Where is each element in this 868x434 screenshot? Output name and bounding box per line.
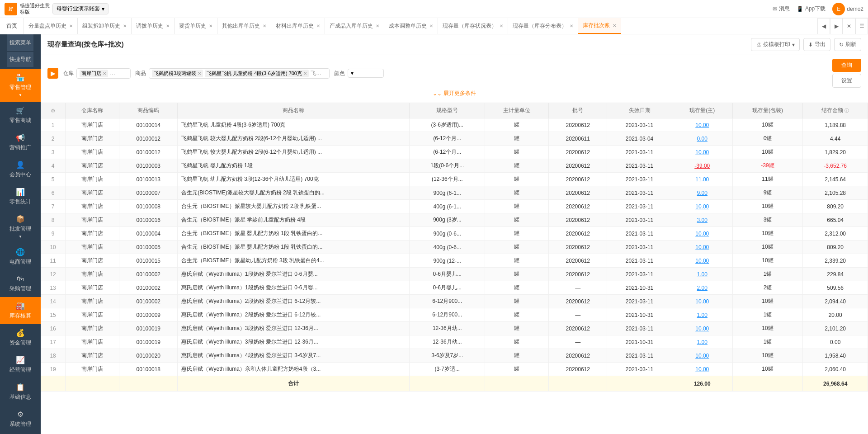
filter-toggle-btn[interactable]: ▶: [47, 68, 58, 79]
cell-name: 合生元（BIOSTIME）派星较大婴儿配方奶粉 2段 乳铁蛋...: [178, 200, 410, 213]
refresh-btn[interactable]: ↻ 刷新: [834, 38, 861, 51]
logo-icon: 好: [5, 3, 17, 15]
tab-0[interactable]: 分量盘点单历史 ✕: [24, 18, 78, 34]
cell-qty-main[interactable]: 11.00: [672, 173, 732, 186]
warehouse-tag-close[interactable]: ✕: [103, 71, 106, 76]
tab-close-1[interactable]: ✕: [123, 24, 127, 28]
cell-rownum: 5: [41, 173, 66, 186]
cell-qty-main[interactable]: 10.00: [672, 241, 732, 254]
sidebar-quick-nav[interactable]: 快捷导航: [7, 52, 33, 67]
sidebar-item-system[interactable]: ⚙ 系统管理: [0, 406, 41, 433]
cell-qty-main[interactable]: 10.00: [672, 349, 732, 363]
tab-2[interactable]: 调拨单历史 ✕: [132, 18, 175, 34]
cell-qty-main[interactable]: 9.00: [672, 186, 732, 200]
basic-info-icon: 📋: [16, 383, 25, 392]
tab-8[interactable]: 现存量（库存状况表） ✕: [438, 18, 508, 34]
cell-qty-main[interactable]: 10.00: [672, 227, 732, 241]
cell-rownum: 1: [41, 118, 66, 132]
product-tag-close-1[interactable]: ✕: [303, 71, 307, 76]
warehouse-tag-area[interactable]: 南岸门店 ✕ …: [76, 68, 131, 79]
tab-next-btn[interactable]: ▶: [830, 18, 843, 34]
export-btn[interactable]: ⬇ 导出: [803, 38, 830, 51]
cell-qty-main[interactable]: 10.00: [672, 254, 732, 268]
tab-close-8[interactable]: ✕: [500, 24, 503, 28]
tab-close-9[interactable]: ✕: [570, 24, 573, 28]
tab-close-0[interactable]: ✕: [69, 24, 73, 28]
cell-expire: 2021-03-04: [607, 132, 672, 146]
sidebar-item-members[interactable]: 👤 会员中心: [0, 156, 41, 183]
sidebar-item-purchase[interactable]: 🛍 采购管理: [0, 270, 41, 297]
tab-close-all-btn[interactable]: ✕: [843, 18, 855, 34]
amount-info-icon[interactable]: ⓘ: [844, 108, 849, 113]
user-menu[interactable]: E demo2: [832, 3, 863, 15]
cell-spec: 900g (12-...: [410, 254, 485, 268]
expand-conditions-btn[interactable]: ⌄⌄ 展开更多条件: [47, 88, 861, 99]
sidebar-search[interactable]: 搜索菜单: [7, 34, 33, 51]
sidebar-item-marketing[interactable]: 📢 营销推广: [0, 129, 41, 156]
sidebar-item-finance[interactable]: 💰 资金管理: [0, 324, 41, 351]
query-btn[interactable]: 查询: [832, 59, 861, 72]
tab-prev-btn[interactable]: ◀: [817, 18, 830, 34]
cell-qty-main[interactable]: -39.00: [672, 159, 732, 173]
cell-qty-main[interactable]: 10.00: [672, 322, 732, 335]
tab-close-3[interactable]: ✕: [209, 24, 212, 28]
store-icon: 🛒: [16, 106, 25, 115]
tab-close-10[interactable]: ✕: [613, 23, 616, 28]
tab-6[interactable]: 产成品入库单历史 ✕: [325, 18, 384, 34]
product-tag-area[interactable]: 飞鹤奶粉3段两罐装 ✕ 飞鹤星飞帆 儿童奶粉 4段(3-6岁适用) 700克 ✕…: [149, 68, 330, 79]
warehouse-filter-group: 仓库 南岸门店 ✕ …: [63, 68, 131, 79]
cell-qty-main[interactable]: 3.00: [672, 213, 732, 227]
footer-empty-7: [607, 376, 672, 392]
tab-close-4[interactable]: ✕: [263, 24, 266, 28]
sidebar-item-inventory[interactable]: 🏭 库存核算: [0, 297, 41, 324]
cell-batch: —: [549, 308, 607, 322]
product-tag-close-0[interactable]: ✕: [198, 71, 201, 76]
product-more-btn[interactable]: 飞…: [311, 70, 321, 77]
tab-close-2[interactable]: ✕: [166, 24, 170, 28]
tab-5[interactable]: 材料出库单历史 ✕: [271, 18, 325, 34]
cell-qty-main[interactable]: 0.00: [672, 132, 732, 146]
settings-btn[interactable]: 设置: [832, 74, 861, 88]
th-spec: 规格型号: [410, 103, 485, 118]
sidebar-item-ecommerce[interactable]: 🌐 电商管理: [0, 243, 41, 270]
tab-4[interactable]: 其他出库单历史 ✕: [217, 18, 271, 34]
cell-qty-main[interactable]: 1.00: [672, 335, 732, 349]
main-layout: 搜索菜单 快捷导航 🏪 零售管理 ▼ 🛒 零售商城 📢 营销推广 👤 会员中心 …: [0, 34, 868, 434]
color-select-area[interactable]: ▾: [348, 69, 384, 78]
th-amount: 结存金额 ⓘ: [803, 103, 868, 118]
cell-qty-main[interactable]: 10.00: [672, 118, 732, 132]
sidebar-item-wholesale[interactable]: 📦 批发管理 ▼: [0, 210, 41, 243]
tab-menu-btn[interactable]: ☰: [855, 18, 868, 34]
app-download-btn[interactable]: 📱 App下载: [797, 5, 826, 13]
tab-close-6[interactable]: ✕: [376, 24, 379, 28]
tab-7[interactable]: 成本调整单历史 ✕: [384, 18, 438, 34]
cell-qty-main[interactable]: 1.00: [672, 308, 732, 322]
warehouse-selector[interactable]: 母婴行业演示账套 ▾: [52, 3, 108, 14]
sidebar-item-retail-mgmt[interactable]: 🏪 零售管理 ▼: [0, 69, 41, 102]
sidebar-item-retail-store[interactable]: 🛒 零售商城: [0, 102, 41, 129]
tab-close-7[interactable]: ✕: [429, 24, 433, 28]
tab-9[interactable]: 现存量（库存分布表） ✕: [508, 18, 578, 34]
th-settings[interactable]: ⚙: [41, 103, 66, 118]
tab-1[interactable]: 组装拆卸单历史 ✕: [78, 18, 132, 34]
table-row: 10 南岸门店 00100005 合生元（BIOSTIME）派星 婴儿配方奶粉 …: [41, 241, 868, 254]
print-btn[interactable]: 🖨 按模板打印 ▾: [751, 38, 800, 51]
tab-home[interactable]: 首页: [0, 18, 24, 34]
cell-unit: 罐: [485, 268, 549, 281]
tab-10[interactable]: 库存批次账 ✕: [578, 18, 621, 34]
cell-code: 00100016: [119, 213, 178, 227]
cell-qty-main[interactable]: 10.00: [672, 363, 732, 376]
tab-3[interactable]: 要货单历史 ✕: [175, 18, 217, 34]
sidebar-item-basic-info[interactable]: 📋 基础信息: [0, 378, 41, 406]
cell-qty-main[interactable]: 10.00: [672, 295, 732, 308]
messages-btn[interactable]: ✉ 消息: [773, 5, 790, 13]
cell-qty-main[interactable]: 10.00: [672, 200, 732, 213]
sidebar-item-retail-stats[interactable]: 📊 零售统计: [0, 183, 41, 210]
sidebar-item-operations[interactable]: 📈 经营管理: [0, 351, 41, 378]
cell-qty-main[interactable]: 2.00: [672, 281, 732, 295]
tab-nav-buttons: ◀ ▶ ✕ ☰: [817, 18, 868, 34]
tab-close-5[interactable]: ✕: [316, 24, 320, 28]
cell-qty-main[interactable]: 10.00: [672, 146, 732, 159]
warehouse-more-btn[interactable]: …: [110, 70, 115, 76]
cell-qty-main[interactable]: 1.00: [672, 268, 732, 281]
